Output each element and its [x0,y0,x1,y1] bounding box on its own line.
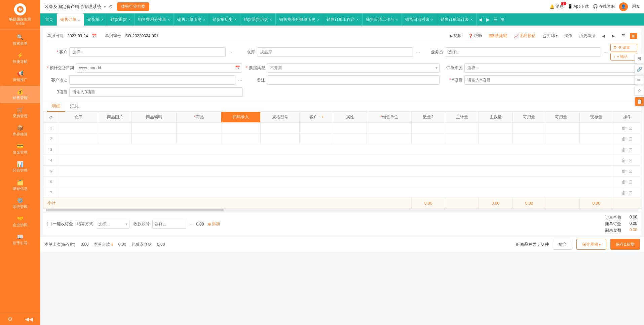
help-btn[interactable]: ❓ 帮助 [466,32,484,39]
customer-more-icon[interactable]: ··· [228,49,232,55]
tab-stats[interactable]: 销售订单统计表 ✕ [437,13,477,26]
tab-close-icon-11[interactable]: ✕ [431,18,433,22]
cell-unit-2[interactable] [367,133,412,144]
tab-nav-menu[interactable]: ☰ [492,17,499,22]
cell-scan-2[interactable] [221,133,261,144]
calendar-icon[interactable]: 📅 [92,34,97,38]
warehouse-input[interactable] [257,47,413,57]
order-source-input[interactable] [464,63,637,73]
cell-avail2-2[interactable] [546,133,579,144]
cell-spec-1[interactable] [260,123,300,133]
cell-unit-1[interactable] [367,123,412,133]
tab-return-history[interactable]: 销货退货历史 ✕ [240,13,276,26]
payment-method-input[interactable] [96,220,129,229]
staff-input[interactable] [445,47,601,57]
tab-close-icon-8[interactable]: ✕ [317,18,319,22]
cell-stock-1[interactable] [579,123,613,133]
sidebar-item-marketing[interactable]: 📢 营销推广 [0,68,40,85]
row-delete-icon-3[interactable]: 🗑 [621,147,626,152]
print-dropdown-icon[interactable]: ▾ [556,34,558,38]
project-a-input[interactable] [464,75,637,85]
avatar[interactable]: 👤 [619,2,628,11]
row-copy-icon-1[interactable]: ⊡ [629,125,633,131]
tab-sales-order[interactable]: 销售订单 ✕ [57,13,84,26]
history-btn[interactable]: 历史单据 [577,32,597,39]
right-panel-btn-2[interactable]: 🔗 [635,65,644,74]
tab-close-icon-9[interactable]: ✕ [356,18,359,22]
tab-summary[interactable]: 汇总 [65,101,83,112]
cell-main-unit-2[interactable] [445,133,479,144]
tab-order-history[interactable]: 销售订单历史 ✕ [174,13,209,26]
row-copy-icon-2[interactable]: ⊡ [629,136,633,141]
sidebar-item-search[interactable]: 🔍 搜索菜单 [0,31,40,49]
table-scrollbar-thumb[interactable] [46,209,224,211]
solution-button[interactable]: 体验行业方案 [117,2,149,11]
add-item-button[interactable]: + + 物品 [610,53,637,60]
tab-close-icon-4[interactable]: ✕ [167,18,170,22]
row-delete-icon-1[interactable]: 🗑 [621,125,626,131]
tab-close-icon[interactable]: ✕ [78,18,80,22]
cell-attr-2[interactable] [333,133,367,144]
cell-main-qty-2[interactable] [479,133,513,144]
row-delete-icon-4[interactable]: 🗑 [621,158,626,163]
tab-nav-maximize[interactable]: ⊞ [499,17,506,22]
tab-daily-clear[interactable]: 钱货日清工作台 ✕ [363,13,402,26]
cell-custcode-2[interactable] [300,133,333,144]
list-view-btn[interactable]: ☰ [619,33,627,39]
cell-main-unit-1[interactable] [445,123,479,133]
row-copy-icon-4[interactable]: ⊡ [629,158,633,163]
sidebar-item-sales[interactable]: 💰 销售管理 [0,86,40,103]
cell-spec-2[interactable] [260,133,300,144]
tab-close-icon-10[interactable]: ✕ [395,18,398,22]
topbar-dropdown-icon[interactable]: ▾ [104,4,106,9]
payment-dropdown-icon[interactable]: ▾ [125,222,127,227]
row-copy-icon-6[interactable]: ⊡ [629,179,633,185]
tab-sales-return[interactable]: 销货退货 ✕ [107,13,135,26]
tab-close-icon-2[interactable]: ✕ [101,18,104,22]
cell-attr-1[interactable] [333,123,367,133]
col-settings[interactable]: ⚙ [43,112,59,123]
settings-button[interactable]: ⚙ ⚙ 设置 [610,44,637,51]
cell-qty2-1[interactable] [412,123,445,133]
tab-invoice-history[interactable]: 销货单历史 ✕ [209,13,240,26]
sidebar-item-purchase[interactable]: 🛒 采购管理 [0,104,40,121]
invoice-input[interactable] [267,63,440,73]
project-b-input[interactable] [69,87,243,97]
sidebar-item-cooperation[interactable]: 🤝 企业协同 [0,213,40,230]
row-copy-icon-7[interactable]: ⊡ [629,190,633,195]
tab-detail[interactable]: 明细 [47,101,65,112]
cell-main-qty-1[interactable] [479,123,513,133]
tab-nav-left[interactable]: ◀ [477,13,484,26]
shortcut-btn[interactable]: ⌨ 快捷键 [487,32,509,39]
print-btn[interactable]: 🖨 打印 ▾ [540,32,560,39]
tab-reconcile[interactable]: 钱货日清对账 ✕ [402,13,437,26]
sidebar-item-guide[interactable]: 📖 新手引导 [0,231,40,248]
cell-custcode-1[interactable] [300,123,333,133]
save-draft-button[interactable]: 保存草稿 ▾ [576,239,606,250]
cell-qty2-2[interactable] [412,133,445,144]
sidebar-collapse-icon[interactable]: ◀◀ [25,316,33,322]
cell-product-2[interactable] [177,133,221,144]
right-panel-btn-1[interactable]: ⊞ [635,54,644,63]
view-btn[interactable]: ▶ 视频 [448,32,463,39]
sidebar-item-inventory[interactable]: 📦 库存核算 [0,122,40,139]
online-support-link[interactable]: 🎧 在线客服 [593,4,615,9]
warehouse-more-icon[interactable]: ··· [416,49,420,55]
table-scrollbar[interactable] [46,209,639,211]
cell-avail-2[interactable] [512,133,546,144]
one-click-checkbox[interactable] [47,222,51,226]
cell-warehouse-2[interactable] [59,133,98,144]
col-scan[interactable]: 扫码录入 [221,112,261,123]
row-delete-icon-5[interactable]: 🗑 [621,168,626,174]
cell-stock-2[interactable] [579,133,613,144]
cell-avail-1[interactable] [512,123,546,133]
addr-more-icon[interactable]: ··· [238,77,242,83]
add-payment-button[interactable]: ⊕ 添加 [208,221,220,227]
sidebar-settings-icon[interactable]: ⚙ [8,316,12,322]
tab-expense-split[interactable]: 销售费用分摊单 ✕ [135,13,174,26]
customer-addr-input[interactable] [69,75,235,85]
cell-product-1[interactable] [177,123,221,133]
row-delete-icon-2[interactable]: 🗑 [621,136,626,141]
row-copy-icon-5[interactable]: ⊡ [629,168,633,174]
tab-close-icon-6[interactable]: ✕ [234,18,237,22]
